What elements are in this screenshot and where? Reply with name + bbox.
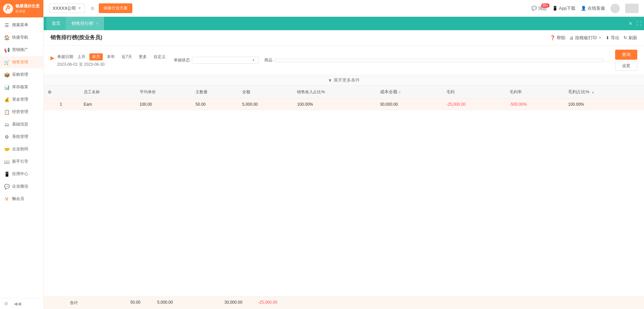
help-button[interactable]: ❓ 帮助 bbox=[550, 35, 565, 41]
sidebar-logo: 畅康通好生意 标准版 bbox=[0, 0, 43, 17]
date-tab-custom[interactable]: 自定义 bbox=[151, 53, 168, 60]
expand-more-btn[interactable]: ▼ 展开更多条件 bbox=[328, 77, 360, 83]
sidebar-item-marketing[interactable]: 📢 营销推广 bbox=[0, 44, 43, 56]
print-button[interactable]: 🖨 按模板打印 ▼ bbox=[569, 35, 602, 41]
goods-filter-group: 商品 ... bbox=[264, 57, 610, 63]
date-filter-section: 单据日期 上月 本月 本年 近7天 更多 自定义 2023-06-01 至 20… bbox=[57, 53, 168, 67]
main-area: XXXXX公司 ▼ ⚙ 体验行业方案 💬 消息 99+ 📱 App下载 👤 在线… bbox=[44, 0, 644, 309]
cell-profit-rate: -500.00% bbox=[506, 99, 564, 110]
sidebar-item-system[interactable]: ⚙ 系统管理 bbox=[0, 131, 43, 143]
tab-close-all-icon[interactable]: ✕ bbox=[629, 21, 633, 26]
refresh-label: 刷新 bbox=[629, 35, 637, 41]
cell-avg-price: 100.00 bbox=[136, 99, 192, 110]
sidebar-collapse-icon[interactable]: ◀◀ bbox=[14, 301, 21, 306]
company-name: XXXXX公司 bbox=[53, 5, 76, 11]
collab-icon: 🤝 bbox=[4, 147, 9, 152]
topbar-gear-icon[interactable]: ⚙ bbox=[90, 6, 95, 11]
tab-sales-ranking[interactable]: 销售排行榜 × bbox=[66, 17, 104, 30]
sidebar-item-management[interactable]: 📋 经营管理 bbox=[0, 106, 43, 118]
member-icon: V bbox=[4, 196, 9, 202]
table-body: 1 Eam 100.00 50.00 5,000.00 100.00% 30,0… bbox=[44, 99, 644, 110]
footer-amount-cell: 5,000.00 bbox=[153, 300, 187, 306]
filter-bar: ▶ 单据日期 上月 本月 本年 近7天 更多 自定义 bbox=[44, 46, 644, 75]
sidebar-item-sales[interactable]: 🛒 销售管理 bbox=[0, 56, 43, 68]
th-amount: 全额 bbox=[238, 86, 293, 99]
table-settings-icon[interactable]: ⚙ bbox=[48, 90, 52, 95]
company-selector[interactable]: XXXXX公司 ▼ bbox=[49, 4, 85, 13]
cell-sales-pct: 100.00% bbox=[293, 99, 376, 110]
sidebar-item-member[interactable]: V 畅会员 bbox=[0, 193, 43, 205]
status-filter-label: 单据状态 bbox=[174, 57, 190, 63]
date-label-row: 单据日期 上月 本月 本年 近7天 更多 自定义 bbox=[57, 53, 168, 60]
sidebar-item-finance[interactable]: 💰 资金管理 bbox=[0, 93, 43, 106]
date-tab-current-year[interactable]: 本年 bbox=[104, 53, 118, 60]
online-service-button[interactable]: 👤 在线客服 bbox=[581, 5, 605, 11]
tab-active-label: 销售排行榜 bbox=[72, 20, 93, 27]
footer-cost-cell: 30,000.00 bbox=[220, 300, 254, 306]
sidebar-item-home[interactable]: 🏠 快捷导航 bbox=[0, 31, 43, 44]
footer-rate-cell bbox=[288, 300, 314, 306]
system-icon: ⚙ bbox=[4, 134, 9, 140]
basic-icon: 🗂 bbox=[4, 122, 9, 127]
expand-icon-btn[interactable]: ▶ bbox=[50, 55, 54, 61]
settings-button[interactable]: 设置 bbox=[615, 61, 637, 71]
tabbar-right: ✕ ⛶ bbox=[629, 21, 641, 26]
print-chevron-icon: ▼ bbox=[598, 36, 602, 40]
expand-bar: ▼ 展开更多条件 bbox=[44, 75, 644, 86]
more-filters-btn[interactable]: ... bbox=[606, 58, 610, 63]
th-settings: ⚙ bbox=[44, 86, 56, 99]
page-title: 销售排行榜(按业务员) bbox=[50, 34, 102, 45]
tab-home[interactable]: 首页 bbox=[46, 17, 66, 30]
purchase-icon: 📦 bbox=[4, 72, 9, 78]
expand-down-icon: ▼ bbox=[328, 78, 332, 83]
sidebar-item-guide[interactable]: 📖 新手引导 bbox=[0, 155, 43, 168]
app-download-button[interactable]: 📱 App下载 bbox=[552, 5, 575, 11]
sidebar-item-basic[interactable]: 🗂 基础信息 bbox=[0, 118, 43, 131]
table-row: 1 Eam 100.00 50.00 5,000.00 100.00% 30,0… bbox=[44, 99, 644, 110]
date-tab-last-month[interactable]: 上月 bbox=[75, 53, 88, 60]
sidebar-item-collab[interactable]: 🤝 企业协同 bbox=[0, 143, 43, 155]
trial-button[interactable]: 体验行业方案 bbox=[99, 3, 132, 13]
status-filter-group: 单据状态 ▼ bbox=[174, 57, 259, 64]
company-chevron-icon: ▼ bbox=[78, 6, 81, 10]
date-tab-more[interactable]: 更多 bbox=[136, 53, 149, 60]
data-table: ⚙ 员工名称 平均单价 主数量 全额 销售收入占比% 成本全额 ℹ 毛利 bbox=[44, 86, 644, 110]
sidebar-item-label: 企业微信 bbox=[12, 184, 28, 189]
service-icon: 👤 bbox=[581, 6, 586, 11]
footer-rank-cell bbox=[58, 300, 66, 306]
status-select[interactable]: ▼ bbox=[192, 57, 259, 64]
sidebar-menu: ☰ 搜索菜单 🏠 快捷导航 📢 营销推广 🛒 销售管理 📦 采购管理 📊 库存核… bbox=[0, 17, 43, 298]
tab-maximize-icon[interactable]: ⛶ bbox=[637, 21, 641, 26]
sidebar-item-purchase[interactable]: 📦 采购管理 bbox=[0, 68, 43, 81]
wechat-icon: 💬 bbox=[4, 184, 9, 189]
tabbar: 首页 销售排行榜 × ✕ ⛶ bbox=[44, 17, 644, 30]
refresh-icon: ↻ bbox=[624, 35, 627, 40]
user-avatar[interactable] bbox=[610, 4, 620, 13]
topbar-right: 💬 消息 99+ 📱 App下载 👤 在线客服 bbox=[531, 4, 639, 13]
sidebar-item-label: 营销推广 bbox=[12, 47, 28, 53]
export-button[interactable]: ⬇ 导出 bbox=[606, 35, 619, 41]
date-tab-7days[interactable]: 近7天 bbox=[119, 53, 135, 60]
sidebar-settings-icon[interactable]: ⚙ bbox=[4, 301, 8, 306]
query-button[interactable]: 查询 bbox=[615, 50, 637, 60]
sidebar-item-label: 畅会员 bbox=[12, 196, 24, 202]
date-range-display: 2023-06-01 至 2023-06-30 bbox=[57, 62, 168, 67]
message-button[interactable]: 💬 消息 99+ bbox=[531, 5, 547, 11]
date-tab-current-month[interactable]: 本月 bbox=[89, 53, 103, 60]
sidebar-item-wechat[interactable]: 💬 企业微信 bbox=[0, 180, 43, 193]
th-profit-pct: 毛利占比% ▲ bbox=[564, 86, 644, 99]
sidebar-item-apps[interactable]: 📱 应用中心 bbox=[0, 168, 43, 180]
footer-avg-cell bbox=[99, 300, 126, 306]
sidebar-item-search[interactable]: ☰ 搜索菜单 bbox=[0, 19, 43, 31]
table-container: ⚙ 员工名称 平均单价 主数量 全额 销售收入占比% 成本全额 ℹ 毛利 bbox=[44, 86, 644, 296]
search-menu-icon: ☰ bbox=[4, 22, 9, 28]
sidebar-footer: ⚙ ◀◀ bbox=[0, 298, 43, 309]
online-service-label: 在线客服 bbox=[588, 5, 605, 11]
sidebar-item-inventory[interactable]: 📊 库存核算 bbox=[0, 81, 43, 93]
goods-select[interactable] bbox=[274, 59, 604, 62]
cell-rank: 1 bbox=[56, 99, 80, 110]
refresh-button[interactable]: ↻ 刷新 bbox=[624, 35, 637, 41]
cell-name: Eam bbox=[80, 99, 136, 110]
date-filter-group: ▶ 单据日期 上月 本月 本年 近7天 更多 自定义 bbox=[50, 53, 168, 67]
tab-close-icon[interactable]: × bbox=[96, 21, 98, 25]
